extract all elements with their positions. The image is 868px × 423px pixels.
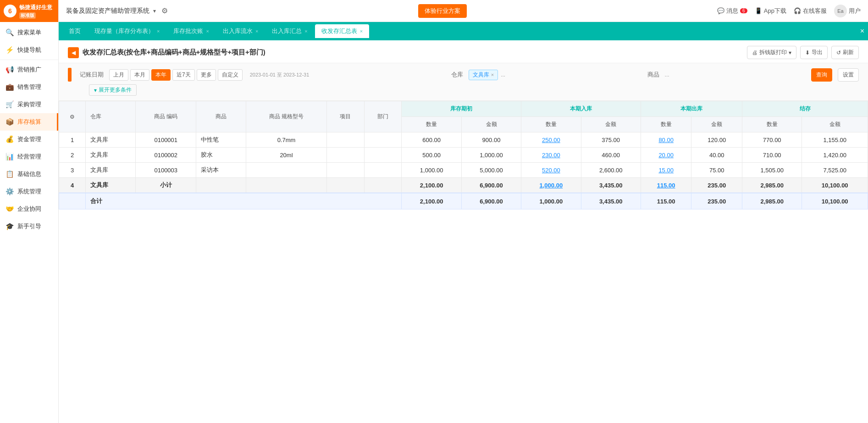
td-closing-qty: 710.00 [742,148,802,163]
sidebar-item-inventory[interactable]: 📦 库存核算 [0,113,58,131]
td-out-qty[interactable]: 80.00 [641,132,691,148]
export-button[interactable]: ⬇ 导出 [800,46,828,59]
sidebar-item-system[interactable]: ⚙️ 系统管理 [0,183,58,200]
tab-inventory-dist[interactable]: 现存量（库存分布表） × [88,24,166,38]
td-subtotal-warehouse: 文具库 [86,178,136,193]
settings-button[interactable]: 设置 [838,68,859,82]
trial-button[interactable]: 体验行业方案 [418,4,467,18]
td-out-amt: 120.00 [691,132,742,148]
refresh-icon: ↺ [836,49,841,56]
sidebar-item-label: 经营管理 [17,153,41,161]
date-btn-7days[interactable]: 近7天 [172,69,195,81]
td-subtotal-in-qty[interactable]: 1,000.00 [521,178,581,193]
sidebar-item-marketing[interactable]: 📢 营销推广 [0,61,58,78]
td-footer-closing-amt: 10,100.00 [802,193,868,209]
sidebar-item-quick[interactable]: ⚡ 快捷导航 [0,41,58,59]
online-service-item[interactable]: 🎧 在线客服 [794,7,827,15]
refresh-button[interactable]: ↺ 刷新 [831,46,859,59]
print-icon: 🖨 [752,49,757,56]
td-subtotal-label: 小计 [136,178,196,193]
tab-bar: 首页 现存量（库存分布表） × 库存批次账 × 出入库流水 × 出入库汇总 × … [59,22,868,40]
date-btn-this-month[interactable]: 本月 [130,69,149,81]
tab-home[interactable]: 首页 [62,24,87,38]
filter-toggle-button[interactable] [68,68,72,82]
td-in-qty[interactable]: 250.00 [521,132,581,148]
print-button[interactable]: 🖨 拆钱版打印 ▾ [747,46,796,59]
td-in-qty[interactable]: 520.00 [521,163,581,178]
warehouse-tag: 文具库 × [469,70,498,80]
td-warehouse: 文具库 [86,148,136,163]
query-button[interactable]: 查询 [811,68,832,82]
td-subtotal-closing-qty: 2,985.00 [742,178,802,193]
date-btn-custom[interactable]: 自定义 [218,69,243,81]
sidebar-item-operations[interactable]: 📊 经营管理 [0,148,58,165]
td-out-qty[interactable]: 15.00 [641,163,691,178]
td-project [326,132,364,148]
topbar-settings-icon[interactable]: ⚙ [161,6,168,15]
sidebar-item-enterprise[interactable]: 🤝 企业协同 [0,200,58,218]
date-btn-last-month[interactable]: 上月 [109,69,128,81]
td-out-amt: 75.00 [691,163,742,178]
app-download-item[interactable]: 📱 App下载 [755,7,786,15]
goods-more[interactable]: ... [665,71,669,78]
collapse-sidebar-button[interactable]: ◀ [68,47,79,58]
td-goods-code: 0100001 [136,132,196,148]
tab-bar-close-icon[interactable]: × [860,27,864,35]
messages-item[interactable]: 💬 消息 6 [717,7,747,15]
td-in-amt: 375.00 [581,132,641,148]
warehouse-tag-close[interactable]: × [491,72,494,77]
tab-batch-close[interactable]: × [206,28,209,34]
goods-filter-label: 商品 [647,71,659,79]
sidebar-item-sales[interactable]: 💼 销售管理 [0,78,58,96]
td-goods-code: 0100003 [136,163,196,178]
th-settings[interactable]: ⚙ [59,101,86,132]
td-warehouse: 文具库 [86,132,136,148]
sidebar-item-search[interactable]: 🔍 搜索菜单 [0,24,58,41]
user-label: 用户 [849,7,861,15]
expand-conditions-button[interactable]: ▾ 展开更多条件 [89,84,137,96]
sidebar-item-finance[interactable]: 💰 资金管理 [0,131,58,148]
sidebar-item-label: 搜索菜单 [17,28,41,37]
table-row: 3 文具库 0100003 采访本 1,000.00 5,000.00 520.… [59,163,868,178]
tab-inventory-dist-close[interactable]: × [157,28,160,34]
topbar-dropdown-icon[interactable]: ▾ [153,8,156,14]
td-in-qty[interactable]: 230.00 [521,148,581,163]
tab-receive-summary-close[interactable]: × [360,28,363,34]
sidebar-item-label: 企业协同 [17,205,41,213]
td-subtotal-no: 4 [59,178,86,193]
td-department [364,132,402,148]
th-closing-qty: 数量 [742,117,802,132]
tab-flow-close[interactable]: × [255,28,258,34]
column-settings-icon[interactable]: ⚙ [70,114,75,120]
sidebar-item-label: 新手引导 [17,222,41,231]
td-out-qty[interactable]: 20.00 [641,148,691,163]
finance-icon: 💰 [6,135,14,143]
td-goods-spec: 0.7mm [246,132,326,148]
td-subtotal-closing-amt: 10,100.00 [802,178,868,193]
expand-conditions-label: 展开更多条件 [99,86,132,94]
td-footer-in-amt: 3,435.00 [581,193,641,209]
th-opening-amt: 金额 [461,117,521,132]
td-subtotal-out-qty[interactable]: 115.00 [641,178,691,193]
tab-flow[interactable]: 出入库流水 × [216,24,265,38]
tab-batch[interactable]: 库存批次账 × [167,24,215,38]
sidebar-item-basic[interactable]: 📋 基础信息 [0,165,58,183]
td-goods-name: 胶水 [196,148,246,163]
sidebar-item-label: 资金管理 [17,135,41,143]
date-btn-this-year[interactable]: 本年 [151,69,171,81]
td-department [364,163,402,178]
td-out-amt: 40.00 [691,148,742,163]
warehouse-more[interactable]: ... [501,71,505,78]
sidebar-item-newbie[interactable]: 🎓 新手引导 [0,218,58,235]
sidebar-item-purchase[interactable]: 🛒 采购管理 [0,96,58,113]
td-closing-amt: 7,525.00 [802,163,868,178]
tab-receive-summary[interactable]: 收发存汇总表 × [315,24,369,38]
headset-icon: 🎧 [794,7,801,14]
print-dropdown-icon: ▾ [789,49,791,56]
sidebar-item-label: 采购管理 [17,100,41,109]
user-item[interactable]: Ea 用户 [834,5,861,17]
date-btn-more[interactable]: 更多 [197,69,216,81]
tab-home-label: 首页 [69,27,81,35]
tab-summary-close[interactable]: × [304,28,307,34]
tab-summary[interactable]: 出入库汇总 × [265,24,314,38]
